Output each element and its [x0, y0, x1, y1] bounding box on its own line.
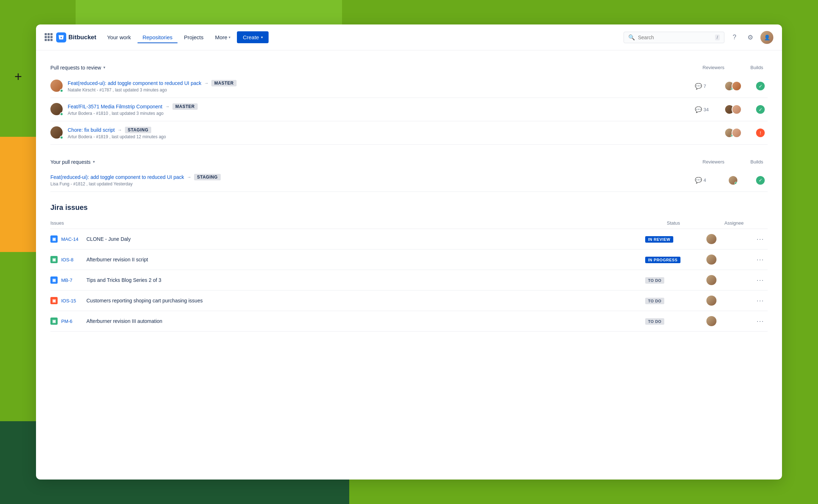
issue-more-button[interactable]: ···	[753, 256, 768, 264]
issue-more-button[interactable]: ···	[753, 297, 768, 305]
apps-icon[interactable]	[45, 33, 53, 42]
nav-more[interactable]: More ▾	[210, 31, 235, 43]
search-input[interactable]	[638, 35, 712, 40]
pr-title-row: Chore: fix build script → STAGING	[68, 127, 691, 133]
pr-meta: Artur Bodera - #1819 , last updated 12 m…	[68, 134, 691, 139]
pr-title[interactable]: Feat/FIL-3571 Media Filmstrip Component	[68, 104, 162, 109]
jira-section: Jira issues Issues Status Assignee ▣ MAC…	[50, 203, 768, 332]
issue-more-button[interactable]: ···	[753, 276, 768, 284]
pr-arrow-icon: →	[187, 175, 191, 180]
issue-assignee	[706, 234, 750, 244]
jira-col-headers: Issues Status Assignee	[50, 217, 768, 229]
status-badge: TO DO	[645, 318, 664, 325]
online-indicator	[60, 89, 63, 93]
settings-button[interactable]: ⚙	[745, 32, 756, 43]
issue-row: ▣ IOS-8 Afterburner revision II script I…	[50, 249, 768, 270]
issue-more-button[interactable]: ···	[753, 318, 768, 325]
issue-type-icon: ▣	[50, 297, 58, 304]
bitbucket-text: Bitbucket	[68, 34, 96, 41]
pr-title[interactable]: Chore: fix build script	[68, 127, 115, 133]
pr-branch: MASTER	[172, 103, 198, 110]
status-badge: TO DO	[645, 277, 664, 284]
nav-logo[interactable]: Bitbucket	[56, 32, 96, 42]
issue-key[interactable]: PM-6	[61, 319, 83, 324]
pr-title-row: Feat/FIL-3571 Media Filmstrip Component …	[68, 103, 691, 110]
col-assignee-label: Assignee	[724, 220, 768, 226]
pr-build: ✓	[753, 82, 768, 90]
pr-arrow-icon: →	[204, 81, 208, 86]
issue-assignee	[706, 296, 750, 306]
issue-assignee	[706, 255, 750, 265]
reviewer-avatar	[728, 175, 738, 185]
bitbucket-logo-icon	[56, 32, 66, 42]
issue-assignee	[706, 275, 750, 285]
nav-your-work[interactable]: Your work	[102, 31, 136, 43]
pr-comments: 💬 4	[695, 177, 713, 184]
online-indicator	[60, 136, 63, 139]
help-icon: ?	[733, 33, 736, 41]
issue-more-button[interactable]: ···	[753, 235, 768, 243]
issue-type-icon: ▣	[50, 276, 58, 284]
issue-title[interactable]: Tips and Tricks Blog Series 2 of 3	[86, 277, 642, 283]
pr-row: Feat(reduced-ui): add toggle component t…	[50, 169, 768, 192]
nav-repositories[interactable]: Repositories	[138, 31, 177, 43]
user-avatar[interactable]: 👤	[760, 31, 773, 44]
issue-key[interactable]: IOS-8	[61, 257, 83, 262]
issue-title[interactable]: Customers reporting shoping cart purchas…	[86, 298, 642, 303]
pr-reviewers	[719, 104, 747, 114]
issue-assignee	[706, 316, 750, 326]
create-button[interactable]: Create ▾	[237, 31, 269, 43]
pr-branch: STAGING	[194, 174, 220, 180]
issue-status: TO DO	[645, 318, 703, 325]
pr-to-review-toggle[interactable]: Pull requests to review ▾	[50, 65, 105, 71]
content-area: Pull requests to review ▾ Reviewers Buil…	[36, 50, 782, 480]
assignee-avatar	[706, 296, 716, 306]
issue-title[interactable]: CLONE - June Daly	[86, 236, 642, 242]
reviewer-stack	[724, 81, 742, 91]
comment-icon: 💬	[695, 106, 702, 113]
assignee-avatar	[706, 255, 716, 265]
your-pr-toggle[interactable]: Your pull requests ▾	[50, 159, 95, 165]
issue-key[interactable]: IOS-15	[61, 298, 83, 303]
col-reviewers-label: Reviewers	[702, 159, 724, 165]
issue-type-icon: ▣	[50, 318, 58, 325]
pr-arrow-icon: →	[165, 104, 170, 109]
main-card: Bitbucket Your work Repositories Project…	[36, 24, 782, 480]
pr-title[interactable]: Feat(reduced-ui): add toggle component t…	[68, 80, 201, 86]
nav-items: Your work Repositories Projects More ▾ C…	[102, 31, 621, 43]
deco-plus-2: +	[14, 70, 22, 83]
search-bar[interactable]: 🔍 /	[624, 32, 724, 43]
issue-key[interactable]: MAC-14	[61, 237, 83, 242]
issue-title[interactable]: Afterburner revision II script	[86, 257, 642, 262]
search-slash: /	[715, 35, 720, 40]
build-pass-icon: ✓	[756, 82, 765, 90]
pr-arrow-icon: →	[118, 127, 122, 132]
pr-info: Chore: fix build script → STAGING Artur …	[68, 127, 691, 139]
nav-projects[interactable]: Projects	[179, 31, 208, 43]
jira-title: Jira issues	[50, 203, 768, 212]
pr-build: !	[753, 129, 768, 137]
pr-info: Feat/FIL-3571 Media Filmstrip Component …	[68, 103, 691, 116]
pr-right: !	[695, 128, 768, 138]
nav-logo-group: Bitbucket	[45, 32, 96, 42]
pr-reviewers	[719, 128, 747, 138]
pr-title-row: Feat(reduced-ui): add toggle component t…	[50, 174, 691, 180]
col-issues-label: Issues	[50, 220, 667, 226]
reviewer-online	[734, 182, 737, 185]
pr-comments: 💬 7	[695, 83, 713, 90]
nav-right: 🔍 / ? ⚙ 👤	[624, 31, 773, 44]
issue-type-icon: ▣	[50, 235, 58, 243]
issue-status: IN REVIEW	[645, 236, 703, 243]
pr-to-review-header: Pull requests to review ▾ Reviewers Buil…	[50, 59, 768, 75]
issue-status: IN PROGRESS	[645, 256, 703, 263]
pr-meta: Artur Bodera - #1810 , last updated 3 mi…	[68, 111, 691, 116]
help-button[interactable]: ?	[729, 32, 740, 43]
reviewer-avatar	[732, 81, 742, 91]
pr-right: 💬 34 ✓	[695, 104, 768, 114]
gear-icon: ⚙	[747, 33, 753, 41]
issue-key[interactable]: MB-7	[61, 278, 83, 283]
issue-title[interactable]: Afterburner revision III automation	[86, 318, 642, 324]
pr-branch: STAGING	[125, 127, 151, 133]
pr-title[interactable]: Feat(reduced-ui): add toggle component t…	[50, 174, 184, 180]
build-fail-icon: !	[756, 129, 765, 137]
